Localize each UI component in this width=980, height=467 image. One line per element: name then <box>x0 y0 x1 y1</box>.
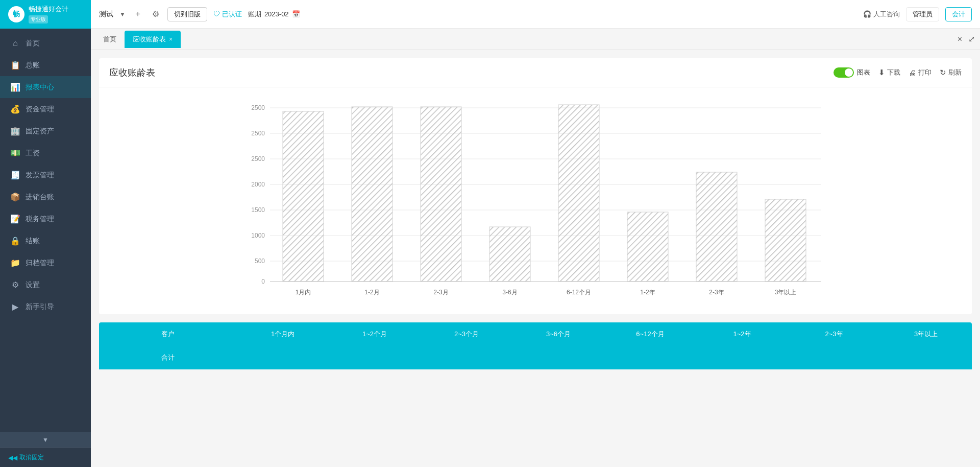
topbar-project: 测试 <box>99 10 113 19</box>
table-header-cell: 3~6个月 <box>512 322 604 346</box>
table-header-cell: 3年以上 <box>880 322 972 346</box>
inventory-icon: 📦 <box>10 192 20 202</box>
sidebar-item-tax[interactable]: 📝 税务管理 <box>0 208 91 230</box>
print-icon: 🖨 <box>909 68 916 77</box>
sidebar-item-label: 发票管理 <box>26 171 54 180</box>
guide-icon: ▶ <box>10 302 20 312</box>
sidebar-item-label: 总账 <box>26 61 40 70</box>
topbar-user-btn[interactable]: 管理员 <box>906 7 939 21</box>
calendar-icon[interactable]: 📅 <box>292 10 300 18</box>
ledger-icon: 📋 <box>10 60 20 70</box>
refresh-icon: ↻ <box>940 68 946 77</box>
chart-toggle[interactable]: 图表 <box>834 67 870 78</box>
tab-active[interactable]: 应收账龄表 × <box>125 31 181 48</box>
sidebar-item-inventory[interactable]: 📦 进销台账 <box>0 186 91 208</box>
table-header-cell: 6~12个月 <box>604 322 696 346</box>
topbar: 测试 ▼ ＋ ⚙ 切到旧版 🛡 已认证 账期 2023-02 📅 🎧 人工咨询 … <box>91 0 980 29</box>
sidebar-item-settings[interactable]: ⚙ 设置 <box>0 274 91 296</box>
report-header: 应收账龄表 图表 ⬇ 下载 🖨 <box>99 58 972 87</box>
svg-text:2000: 2000 <box>251 181 265 188</box>
sidebar-cancel-fixed-btn[interactable]: ◀◀ 取消固定 <box>0 448 91 467</box>
svg-rect-23 <box>489 227 530 282</box>
table-area: 客户1个月内1~2个月2~3个月3~6个月6~12个月1~2年2~3年3年以上合… <box>99 322 972 369</box>
app-logo-icon: 畅 <box>8 6 24 22</box>
sidebar-item-label: 工资 <box>26 149 40 158</box>
sidebar-item-archive[interactable]: 📁 归档管理 <box>0 252 91 274</box>
main-area: 测试 ▼ ＋ ⚙ 切到旧版 🛡 已认证 账期 2023-02 📅 🎧 人工咨询 … <box>91 0 980 467</box>
settings-icon: ⚙ <box>10 280 20 290</box>
headset-icon: 🎧 <box>863 10 871 18</box>
project-name: 测试 <box>99 10 113 19</box>
shield-icon: 🛡 <box>213 10 220 18</box>
topbar-period: 账期 2023-02 📅 <box>248 10 300 19</box>
svg-text:3-6月: 3-6月 <box>502 289 517 296</box>
sidebar-item-label: 税务管理 <box>26 215 54 224</box>
tax-icon: 📝 <box>10 214 20 224</box>
sidebar-item-home[interactable]: ⌂ 首页 <box>0 33 91 54</box>
topbar-consultant-btn[interactable]: 🎧 人工咨询 <box>863 10 900 19</box>
sidebar-item-guide[interactable]: ▶ 新手引导 <box>0 296 91 318</box>
report-container: 应收账龄表 图表 ⬇ 下载 🖨 <box>99 58 972 314</box>
svg-text:2-3年: 2-3年 <box>709 289 724 296</box>
table-header-cell: 2~3个月 <box>421 322 512 346</box>
svg-rect-19 <box>352 107 393 282</box>
app-name: 畅捷通好会计 <box>29 5 68 14</box>
toggle-track[interactable] <box>834 67 854 78</box>
tabs-expand-btn[interactable]: ⤢ <box>967 33 976 45</box>
sidebar-item-close[interactable]: 🔒 结账 <box>0 230 91 252</box>
svg-text:500: 500 <box>255 258 265 265</box>
sidebar-item-assets[interactable]: 🏢 固定资产 <box>0 120 91 142</box>
svg-text:2-3月: 2-3月 <box>433 289 448 296</box>
table-header-cell: 1~2个月 <box>329 322 421 346</box>
sidebar-item-funds[interactable]: 💰 资金管理 <box>0 98 91 120</box>
table-header-cell: 客户 <box>99 322 237 346</box>
sidebar-scroll-down[interactable]: ▼ <box>0 432 91 448</box>
download-btn[interactable]: ⬇ 下载 <box>878 68 900 77</box>
sidebar-item-label: 首页 <box>26 39 40 48</box>
bar-chart: 2500 2500 2500 2000 1500 1000 500 0 <box>109 98 962 302</box>
sidebar-item-ledger[interactable]: 📋 总账 <box>0 54 91 76</box>
refresh-btn[interactable]: ↻ 刷新 <box>940 68 962 77</box>
archive-icon: 📁 <box>10 258 20 268</box>
svg-text:1-2年: 1-2年 <box>640 289 655 296</box>
svg-rect-29 <box>696 172 737 282</box>
svg-text:1-2月: 1-2月 <box>364 289 379 296</box>
sidebar-item-reports[interactable]: 📊 报表中心 <box>0 76 91 98</box>
topbar-switch-old-btn[interactable]: 切到旧版 <box>167 7 207 21</box>
payroll-icon: 💵 <box>10 148 20 158</box>
content-area: 首页 应收账龄表 × × ⤢ 应收账龄表 <box>91 29 980 467</box>
sidebar-item-label: 结账 <box>26 237 40 246</box>
reports-icon: 📊 <box>10 82 20 92</box>
svg-text:1000: 1000 <box>251 232 265 239</box>
page-content: 应收账龄表 图表 ⬇ 下载 🖨 <box>91 50 980 467</box>
table-header-cell: 合计 <box>99 346 237 369</box>
svg-rect-17 <box>283 111 324 282</box>
svg-text:2500: 2500 <box>251 104 265 111</box>
app-edition: 专业版 <box>29 15 48 24</box>
report-title: 应收账龄表 <box>109 66 155 79</box>
sidebar-logo: 畅 畅捷通好会计 专业版 <box>0 0 91 29</box>
svg-text:2500: 2500 <box>251 130 265 137</box>
topbar-settings-btn[interactable]: ⚙ <box>150 7 161 21</box>
svg-rect-25 <box>558 105 599 282</box>
topbar-add-btn[interactable]: ＋ <box>132 7 144 21</box>
assets-icon: 🏢 <box>10 126 20 136</box>
sidebar-item-invoice[interactable]: 🧾 发票管理 <box>0 164 91 186</box>
table-header-row: 客户1个月内1~2个月2~3个月3~6个月6~12个月1~2年2~3年3年以上合… <box>99 322 972 369</box>
tab-home[interactable]: 首页 <box>95 31 125 48</box>
svg-text:6-12个月: 6-12个月 <box>567 289 591 296</box>
topbar-accountant-btn[interactable]: 会计 <box>945 7 972 21</box>
sidebar-item-payroll[interactable]: 💵 工资 <box>0 142 91 164</box>
topbar-dropdown-icon[interactable]: ▼ <box>119 11 126 18</box>
sidebar: 畅 畅捷通好会计 专业版 ⌂ 首页📋 总账📊 报表中心💰 资金管理🏢 固定资产💵… <box>0 0 91 467</box>
sidebar-item-label: 资金管理 <box>26 105 54 114</box>
toggle-label: 图表 <box>857 68 870 77</box>
tabs-close-btn[interactable]: × <box>957 34 963 45</box>
print-btn[interactable]: 🖨 打印 <box>909 68 932 77</box>
svg-rect-27 <box>627 212 668 282</box>
svg-text:1月内: 1月内 <box>296 289 311 296</box>
sidebar-nav: ⌂ 首页📋 总账📊 报表中心💰 资金管理🏢 固定资产💵 工资🧾 发票管理📦 进销… <box>0 29 91 432</box>
table-header-cell: 2~3年 <box>788 322 880 346</box>
svg-text:3年以上: 3年以上 <box>775 289 797 296</box>
tab-close-icon[interactable]: × <box>169 36 173 43</box>
